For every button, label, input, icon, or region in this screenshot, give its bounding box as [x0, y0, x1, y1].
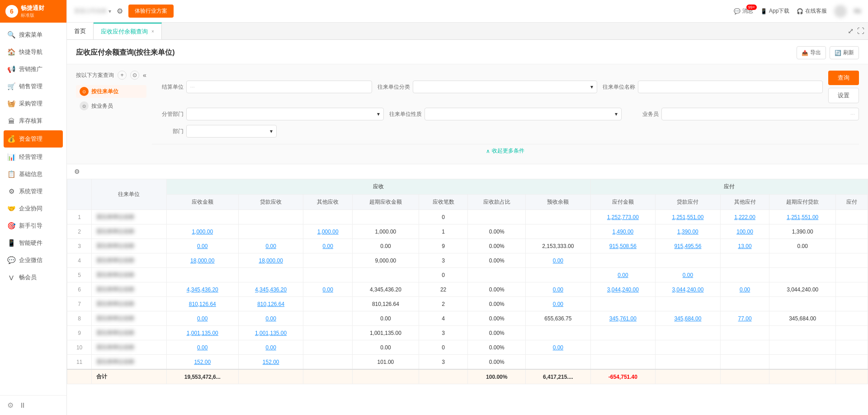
cell-qita-ys	[303, 340, 353, 355]
cell-yushou-ye	[526, 224, 591, 239]
footer-collapse-icon[interactable]: ⏸	[19, 401, 26, 410]
cell-ys-bishu: 3	[419, 326, 468, 340]
cell-ys-bishu: 4	[419, 311, 468, 326]
th-chaoqi-ys: 超期应收金额	[353, 195, 419, 210]
link-qita-yf[interactable]: 1,222.00	[734, 214, 755, 220]
cell-daikuan-ys	[238, 224, 303, 239]
notification-button[interactable]: 💬 消息 99+	[734, 7, 753, 15]
filter-option-by-unit[interactable]: ⊙ 按往来单位	[76, 85, 146, 98]
filter-option-by-salesman[interactable]: ⊙ 按业务员	[76, 100, 146, 112]
cell-daikuan-yf: 3,044,240.00	[656, 282, 721, 297]
collapse-more-button[interactable]: ∧ 收起更多条件	[152, 144, 859, 157]
yewuyuan-input[interactable]: ···	[661, 108, 859, 120]
sidebar-item-guide[interactable]: 🎯 新手引导	[0, 217, 66, 234]
cell-ys-bishu: 3	[419, 253, 468, 268]
table-area: ⚙ 往来单位 应收 应付 应收金额 贷款应收 其他应收	[67, 164, 868, 389]
wanglai-fenlei-input[interactable]: ▾	[413, 81, 598, 93]
filter-target-button[interactable]: ⊙	[130, 71, 139, 80]
cell-qita-ys	[303, 210, 353, 224]
fenguanbumon-input[interactable]: ▾	[186, 108, 384, 120]
filter-collapse-icon[interactable]: «	[143, 72, 146, 79]
tab-active[interactable]: 应收应付余额查询 ×	[94, 23, 162, 39]
tab-fullscreen-icon[interactable]: ⛶	[857, 27, 864, 35]
sidebar-item-nav[interactable]: 🏠 快捷导航	[0, 43, 66, 61]
cell-yingshou-je	[166, 210, 238, 224]
sidebar-item-label: 销售管理	[19, 82, 42, 91]
sidebar-item-hardware[interactable]: 📱 智能硬件	[0, 234, 66, 252]
settings-button[interactable]: 设置	[828, 88, 859, 103]
cell-yingshou-je: 0.00	[166, 239, 238, 253]
th-daikuan-yf: 贷款应付	[656, 195, 721, 210]
query-button[interactable]: 查询	[828, 71, 859, 85]
filter-row-2: 分管部门 ▾ 往来单位性质 ▾ 业务员	[152, 108, 859, 120]
app-download-button[interactable]: 📱 App下载	[760, 7, 789, 15]
cell-wanglai: 某往来单位名称	[92, 355, 166, 370]
cell-ys-zhanbi: 0.00%	[468, 224, 526, 239]
cell-qita-yf	[720, 340, 769, 355]
sidebar-item-inventory[interactable]: 🏛 库存核算	[0, 112, 66, 129]
cell-num: 1	[67, 210, 92, 224]
cell-chaoqi-yf: 3,044,240.00	[769, 282, 836, 297]
yewuyuan-label: 业务员	[627, 110, 659, 118]
filter-right: 结算单位 ··· 往来单位分类 ▾ 往来单位名称	[152, 71, 859, 157]
cell-yushou-ye	[526, 268, 591, 282]
cell-ys-bishu: 3	[419, 355, 468, 370]
app-download-icon: 📱	[760, 8, 767, 14]
link-yingfu-je[interactable]: 1,252,773.00	[607, 214, 639, 220]
th-daikuan-ys: 贷款应收	[238, 195, 303, 210]
sidebar-item-search[interactable]: 🔍 搜索菜单	[0, 26, 66, 43]
cell-qita-ys: 1,000.00	[303, 224, 353, 239]
cell-qita-ys: 0.00	[303, 282, 353, 297]
refresh-button[interactable]: 🔄 刷新	[830, 46, 859, 59]
table-row: 10 某往来单位名称 0.00 0.00 0.00 0 0.00% 0.00	[67, 340, 868, 355]
sidebar-item-management[interactable]: 📊 经营管理	[0, 148, 66, 166]
cell-chaoqi-yf	[769, 268, 836, 282]
sidebar-item-label: 经营管理	[19, 153, 42, 161]
cell-daikuan-ys: 0.00	[238, 311, 303, 326]
sidebar-item-member[interactable]: V 畅会员	[0, 269, 66, 286]
sidebar-item-purchase[interactable]: 🧺 采购管理	[0, 95, 66, 112]
tab-close-icon[interactable]: ×	[151, 29, 154, 34]
cell-qita-ys	[303, 355, 353, 370]
footer-settings-icon[interactable]: ⚙	[7, 401, 14, 410]
cell-ys-bishu: 9	[419, 239, 468, 253]
filter-field-fenguanbumon: 分管部门 ▾	[152, 108, 384, 120]
export-icon: 📤	[802, 50, 808, 56]
cell-qita-yf: 77.00	[720, 311, 769, 326]
sidebar-item-wechat[interactable]: 💬 企业微信	[0, 252, 66, 269]
link-chaoqi-yf[interactable]: 1,251,551.00	[787, 214, 818, 220]
sidebar-item-finance[interactable]: 💰 资金管理	[4, 130, 63, 148]
total-yushou-ye: 6,417,215....	[526, 369, 591, 384]
tab-maximize-icon[interactable]: ⤢	[848, 27, 854, 35]
link-daikuan-yf[interactable]: 1,251,551.00	[672, 214, 703, 220]
wanglai-name-input[interactable]	[638, 81, 823, 93]
sidebar-item-label: 企业协同	[19, 205, 42, 213]
filter-add-button[interactable]: +	[118, 71, 127, 80]
bumon-input[interactable]: ▾	[186, 125, 277, 138]
cell-daikuan-yf: 915,495.56	[656, 239, 721, 253]
sidebar: 6 畅捷通财 标准版 🔍 搜索菜单 🏠 快捷导航 📢 营销推广 🛒 销售管理 🧺…	[0, 0, 67, 415]
cell-qita-ys	[303, 311, 353, 326]
trial-button[interactable]: 体验行业方案	[128, 5, 174, 18]
sidebar-item-sales[interactable]: 🛒 销售管理	[0, 78, 66, 95]
cell-qita-yf: 0.00	[720, 282, 769, 297]
tab-home[interactable]: 首页	[67, 23, 94, 39]
online-service-button[interactable]: 🎧 在线客服	[797, 7, 827, 15]
sidebar-item-cooperation[interactable]: 🤝 企业协同	[0, 200, 66, 217]
sidebar-item-basic-info[interactable]: 📋 基础信息	[0, 166, 66, 183]
export-button[interactable]: 📤 导出	[797, 46, 826, 59]
header-right-area: 💬 消息 99+ 📱 App下载 🎧 在线客服 Rit	[734, 5, 861, 18]
th-wanglai: 往来单位	[92, 179, 166, 210]
wanglai-name-label: 往来单位名称	[603, 83, 635, 91]
sidebar-item-marketing[interactable]: 📢 营销推广	[0, 61, 66, 78]
table-settings-icon[interactable]: ⚙	[74, 168, 80, 175]
cell-yushou-ye: 655,636.75	[526, 311, 591, 326]
fenguanbumon-label: 分管部门	[152, 110, 184, 118]
jiesuan-input[interactable]: ···	[186, 81, 372, 93]
cell-wanglai: 某往来单位名称	[92, 282, 166, 297]
wanglai-xingzhi-input[interactable]: ▾	[425, 108, 621, 120]
sidebar-item-system[interactable]: ⚙ 系统管理	[0, 183, 66, 200]
cell-chaoqi-ys: 0.00	[353, 311, 419, 326]
cell-daikuan-yf	[656, 297, 721, 311]
header-settings-icon[interactable]: ⚙	[117, 7, 123, 15]
